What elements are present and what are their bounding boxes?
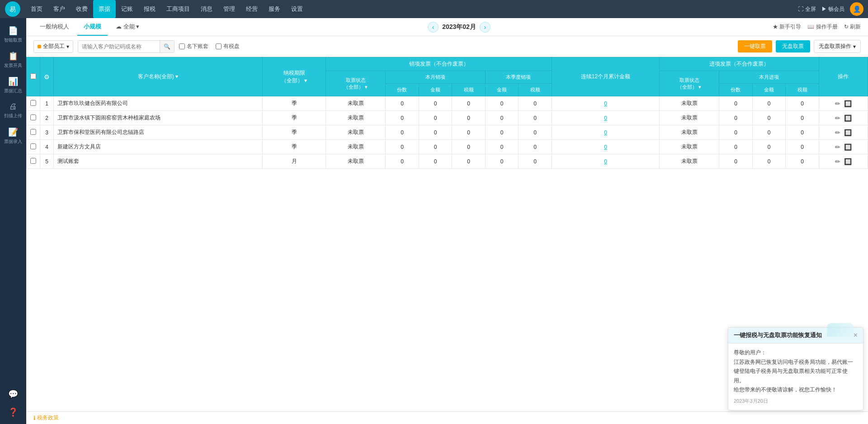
tax-policy-link[interactable]: 税务政策	[37, 414, 59, 422]
row-edit-icon-2[interactable]: ✏	[834, 114, 841, 122]
nav-item-消息[interactable]: 消息	[195, 0, 218, 18]
sidebar-item-smart-ticket[interactable]: 📄 智能取票	[1, 23, 25, 46]
row-edit-icon-4[interactable]: ✏	[834, 143, 841, 151]
employee-select[interactable]: 全部员工 ▾	[33, 40, 73, 53]
row-view-icon-4[interactable]: 🔲	[843, 143, 853, 151]
row-edit-icon-3[interactable]: ✏	[834, 129, 841, 136]
diskless-operation-label: 无盘取票操作	[819, 43, 851, 50]
diskless-operation-btn[interactable]: 无盘取票操作 ▾	[814, 40, 861, 53]
row-period-5: 月	[262, 154, 326, 169]
tab-all-capable-label: 全能	[123, 23, 135, 31]
sidebar-item-invoice-entry[interactable]: 📝 票据录入	[1, 124, 25, 148]
logo[interactable]: 易	[5, 1, 21, 17]
notif-close-btn[interactable]: ×	[854, 331, 858, 339]
row-sales-month-qty-1: 0	[386, 96, 419, 111]
th-month-purchase-group: 本月进项	[719, 71, 819, 84]
refresh-btn[interactable]: ↻ 刷新	[844, 23, 861, 31]
checkbox-has-tax-disk[interactable]: 有税盘	[216, 43, 240, 50]
th-sales-status[interactable]: 取票状态（全部） ▾	[326, 71, 386, 96]
nav-item-收费[interactable]: 收费	[71, 0, 93, 18]
row-checkbox-5[interactable]	[27, 154, 40, 169]
nav-item-报税[interactable]: 报税	[138, 0, 161, 18]
nav-item-记账[interactable]: 记账	[116, 0, 138, 18]
row-sales-month-tax-4: 0	[452, 140, 486, 154]
row-checkbox-4[interactable]	[27, 140, 40, 154]
th-sales-quarter-tax: 税额	[519, 84, 552, 96]
search-input[interactable]	[78, 41, 160, 52]
th-purchase-month-amt: 金额	[752, 84, 786, 96]
th-tax-period[interactable]: 纳税期限（全部） ▾	[262, 57, 326, 96]
nav-item-首页[interactable]: 首页	[25, 0, 48, 18]
row-view-icon-1[interactable]: 🔲	[843, 100, 853, 107]
row-view-icon-5[interactable]: 🔲	[843, 158, 853, 165]
main-table: ⚙ 客户名称(全部) ▾ 纳税期限（全部） ▾ 销项发票（不合作废票） 连续12…	[26, 57, 868, 169]
period-prev-btn[interactable]: ‹	[428, 22, 439, 33]
row-purchase-month-tax-3: 0	[786, 125, 819, 140]
settings-icon[interactable]: ⚙	[44, 73, 50, 81]
row-purchase-status-5: 未取票	[660, 154, 719, 169]
nav-item-票据[interactable]: 票据	[93, 0, 116, 18]
row-checkbox-2[interactable]	[27, 111, 40, 125]
row-checkbox-1[interactable]	[27, 96, 40, 111]
avatar[interactable]: 👤	[850, 2, 863, 16]
row-purchase-month-tax-5: 0	[786, 154, 819, 169]
row-consecutive12-4: 0	[552, 140, 659, 154]
diskless-ticket-btn[interactable]: 无盘取票	[776, 40, 810, 52]
row-checkbox-3[interactable]	[27, 125, 40, 140]
new-guide-btn[interactable]: ★ 新手引导	[773, 23, 801, 31]
has-tax-disk-label: 有税盘	[223, 43, 240, 50]
fullscreen-btn[interactable]: ⛶ 全屏	[798, 5, 816, 13]
sidebar-item-invoice-summary[interactable]: 📊 票据汇总	[1, 73, 25, 97]
smart-ticket-icon: 📄	[8, 26, 18, 36]
nav-item-工商项目[interactable]: 工商项目	[161, 0, 195, 18]
sidebar-bottom: 💬 ❓	[6, 387, 20, 419]
has-tax-disk-checkbox[interactable]	[216, 43, 222, 49]
table-row: 3 卫辉市保和堂医药有限公司忠辐路店 季 未取票 0 0 0 0 0 0 未取票…	[27, 125, 868, 140]
nav-item-管理[interactable]: 管理	[218, 0, 241, 18]
row-purchase-month-tax-2: 0	[786, 111, 819, 125]
tab-small-scale-label: 小规模	[84, 23, 101, 31]
row-purchase-month-qty-3: 0	[719, 125, 753, 140]
row-purchase-month-qty-2: 0	[719, 111, 753, 125]
my-accounts-label: 名下账套	[187, 43, 208, 50]
th-client-name[interactable]: 客户名称(全部) ▾	[54, 57, 263, 96]
nav-item-设置[interactable]: 设置	[286, 0, 308, 18]
sidebar-chat-icon[interactable]: 💬	[6, 387, 20, 401]
nav-item-服务[interactable]: 服务	[263, 0, 286, 18]
row-edit-icon-1[interactable]: ✏	[834, 100, 841, 107]
row-actions-2: ✏ 🔲	[819, 111, 868, 125]
row-purchase-month-amt-4: 0	[752, 140, 786, 154]
invoice-issue-icon: 📋	[8, 51, 18, 61]
sidebar-help-icon[interactable]: ❓	[6, 405, 20, 419]
row-view-icon-3[interactable]: 🔲	[843, 129, 853, 136]
th-purchase-status[interactable]: 取票状态（全部） ▾	[660, 71, 719, 96]
select-all-checkbox[interactable]	[30, 73, 36, 79]
sidebar-item-invoice-issue[interactable]: 📋 发票开具	[1, 48, 25, 71]
row-purchase-month-tax-4: 0	[786, 140, 819, 154]
row-name-5: 测试账套	[54, 154, 263, 169]
manual-btn[interactable]: 📖 操作手册	[807, 23, 837, 31]
checkbox-my-accounts[interactable]: 名下账套	[179, 43, 208, 50]
search-box: 🔍	[78, 40, 175, 53]
row-view-icon-2[interactable]: 🔲	[843, 114, 853, 122]
row-purchase-month-amt-5: 0	[752, 154, 786, 169]
row-edit-icon-5[interactable]: ✏	[834, 158, 841, 165]
period-next-btn[interactable]: ›	[480, 22, 491, 33]
nav-item-客户[interactable]: 客户	[48, 0, 71, 18]
row-actions-4: ✏ 🔲	[819, 140, 868, 154]
th-sales-quarter-amt: 金额	[485, 84, 519, 96]
sidebar-item-scan-upload[interactable]: 🖨 扫描上传	[1, 99, 25, 122]
cloud-icon: ☁	[116, 23, 122, 30]
info-icon: ℹ	[33, 415, 36, 421]
tab-small-scale[interactable]: 小规模	[77, 19, 108, 36]
tab-general-taxpayer[interactable]: 一般纳税人	[33, 19, 75, 36]
row-purchase-month-qty-5: 0	[719, 154, 753, 169]
period-nav: ‹ 2023年02月 ›	[428, 22, 491, 33]
search-button[interactable]: 🔍	[160, 41, 174, 52]
th-purchase-invoice-group: 进项发票（不合作废票）	[660, 57, 819, 71]
my-accounts-checkbox[interactable]	[179, 43, 185, 49]
vip-btn[interactable]: ▶ 畅会员	[821, 5, 844, 13]
tab-all-capable[interactable]: ☁ 全能 ▾	[109, 19, 146, 36]
one-key-ticket-btn[interactable]: 一键取票	[738, 40, 772, 52]
nav-item-经营[interactable]: 经营	[241, 0, 263, 18]
